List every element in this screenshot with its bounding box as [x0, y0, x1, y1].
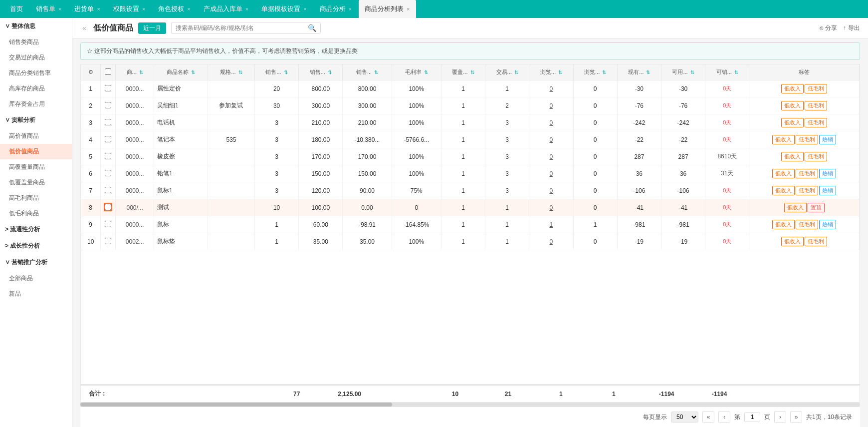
sidebar-item-high-value[interactable]: 高价值商品: [0, 128, 72, 144]
nav-goods-analysis[interactable]: 商品分析 ×: [314, 0, 358, 18]
th-sales1[interactable]: 销售... ⇅: [255, 64, 299, 80]
sidebar-group-contribution[interactable]: ∨ 贡献分析: [0, 112, 72, 128]
page-size-select[interactable]: 50 100 200: [671, 412, 698, 423]
nav-purchase-close[interactable]: ×: [97, 6, 100, 12]
row-checkbox[interactable]: [105, 187, 111, 193]
sidebar-item-stock-capital[interactable]: 库存资金占用: [0, 96, 72, 112]
th-trades[interactable]: 交易... ⇅: [485, 64, 529, 80]
last-page-button[interactable]: »: [790, 411, 802, 423]
row-checkbox[interactable]: [105, 153, 111, 159]
sidebar-group-circulation[interactable]: > 流通性分析: [0, 221, 72, 238]
td-browse1[interactable]: 0: [529, 80, 573, 97]
browse1-link[interactable]: 0: [550, 187, 553, 194]
th-code[interactable]: 商... ⇅: [116, 64, 154, 80]
nav-template-close[interactable]: ×: [303, 6, 306, 12]
sidebar-item-low-coverage[interactable]: 低覆盖量商品: [0, 175, 72, 190]
search-icon[interactable]: 🔍: [308, 24, 316, 32]
nav-product-in[interactable]: 产成品入库单 ×: [198, 0, 254, 18]
nav-template[interactable]: 单据模板设置 ×: [255, 0, 312, 18]
td-checkbox[interactable]: [101, 80, 116, 97]
browse1-link[interactable]: 1: [550, 221, 553, 228]
browse1-link[interactable]: 0: [550, 119, 553, 126]
th-sales2[interactable]: 销售... ⇅: [299, 64, 343, 80]
browse1-link[interactable]: 0: [550, 102, 553, 109]
td-checkbox[interactable]: [101, 97, 116, 114]
browse1-link[interactable]: 0: [550, 153, 553, 160]
sidebar-item-high-profit[interactable]: 高毛利商品: [0, 190, 72, 206]
sidebar-item-all-goods[interactable]: 全部商品: [0, 271, 72, 286]
share-button[interactable]: ⎋ 分享: [820, 24, 837, 32]
td-checkbox[interactable]: [101, 216, 116, 233]
th-spec[interactable]: 规格... ⇅: [208, 64, 254, 80]
th-tags[interactable]: 标签: [749, 64, 860, 80]
th-gross-rate[interactable]: 毛利率 ⇅: [392, 64, 441, 80]
prev-page-button[interactable]: ‹: [718, 411, 730, 423]
sidebar-item-low-value[interactable]: 低价值商品: [0, 144, 72, 159]
nav-product-in-close[interactable]: ×: [245, 6, 248, 12]
nav-sales-close[interactable]: ×: [58, 6, 61, 12]
row-checkbox[interactable]: [105, 85, 111, 91]
nav-permission-close[interactable]: ×: [142, 6, 145, 12]
sidebar-item-traded-goods[interactable]: 交易过的商品: [0, 50, 72, 65]
sidebar-item-new-goods[interactable]: 新品: [0, 286, 72, 302]
data-table-container[interactable]: ⚙ 商... ⇅ 商品名称 ⇅ 规格... ⇅ 销售... ⇅ 销售... ⇅ …: [80, 64, 860, 385]
browse1-link[interactable]: 0: [550, 136, 553, 143]
sidebar-item-high-stock[interactable]: 高库存的商品: [0, 81, 72, 96]
row-checkbox[interactable]: [105, 204, 111, 210]
th-available[interactable]: 可用... ⇅: [661, 64, 705, 80]
td-browse1[interactable]: 0: [529, 233, 573, 250]
nav-role-close[interactable]: ×: [187, 6, 190, 12]
nav-purchase[interactable]: 进货单 ×: [68, 0, 106, 18]
browse1-link[interactable]: 0: [550, 85, 553, 92]
td-checkbox[interactable]: [101, 199, 116, 216]
nav-permission[interactable]: 权限设置 ×: [107, 0, 151, 18]
row-checkbox[interactable]: [105, 136, 111, 142]
sidebar-item-low-profit[interactable]: 低毛利商品: [0, 206, 72, 221]
nav-role[interactable]: 角色授权 ×: [152, 0, 196, 18]
browse1-link[interactable]: 0: [550, 170, 553, 177]
td-browse1[interactable]: 0: [529, 148, 573, 165]
th-coverage[interactable]: 覆盖... ⇅: [441, 64, 485, 80]
nav-goods-analysis-close[interactable]: ×: [349, 6, 352, 12]
td-checkbox[interactable]: [101, 131, 116, 148]
td-browse1[interactable]: 0: [529, 182, 573, 199]
collapse-button[interactable]: «: [80, 22, 88, 34]
th-sales3[interactable]: 销售... ⇅: [343, 64, 392, 80]
row-checkbox[interactable]: [105, 221, 111, 227]
sidebar-group-marketing[interactable]: ∨ 营销推广分析: [0, 254, 72, 271]
row-checkbox[interactable]: [105, 119, 111, 125]
th-settings[interactable]: ⚙: [81, 64, 101, 80]
td-checkbox[interactable]: [101, 148, 116, 165]
time-filter-button[interactable]: 近一月: [138, 22, 166, 34]
nav-goods-list[interactable]: 商品分析列表 ×: [359, 0, 416, 18]
sidebar-group-growth[interactable]: > 成长性分析: [0, 238, 72, 254]
search-input[interactable]: [176, 24, 308, 31]
th-name[interactable]: 商品名称 ⇅: [154, 64, 208, 80]
next-page-button[interactable]: ›: [774, 411, 786, 423]
td-browse1[interactable]: 0: [529, 199, 573, 216]
browse1-link[interactable]: 0: [550, 204, 553, 211]
export-button[interactable]: ↑ 导出: [843, 24, 860, 32]
td-checkbox[interactable]: [101, 182, 116, 199]
row-checkbox[interactable]: [105, 170, 111, 176]
row-checkbox[interactable]: [105, 238, 111, 244]
first-page-button[interactable]: «: [702, 411, 714, 423]
th-saleable[interactable]: 可销... ⇅: [705, 64, 749, 80]
td-browse1[interactable]: 0: [529, 114, 573, 131]
th-current[interactable]: 现有... ⇅: [617, 64, 661, 80]
td-browse1[interactable]: 1: [529, 216, 573, 233]
nav-home[interactable]: 首页: [4, 0, 29, 18]
select-all-checkbox[interactable]: [105, 68, 111, 75]
th-checkbox[interactable]: [101, 64, 116, 80]
td-browse1[interactable]: 0: [529, 131, 573, 148]
td-browse1[interactable]: 0: [529, 97, 573, 114]
nav-goods-list-close[interactable]: ×: [407, 6, 410, 12]
td-checkbox[interactable]: [101, 165, 116, 182]
td-checkbox[interactable]: [101, 114, 116, 131]
sidebar-group-overall[interactable]: ∨ 整体信息: [0, 18, 72, 34]
th-browse1[interactable]: 浏览... ⇅: [529, 64, 573, 80]
browse1-link[interactable]: 0: [550, 238, 553, 245]
td-checkbox[interactable]: [101, 233, 116, 250]
row-checkbox[interactable]: [105, 102, 111, 108]
nav-sales[interactable]: 销售单 ×: [30, 0, 67, 18]
